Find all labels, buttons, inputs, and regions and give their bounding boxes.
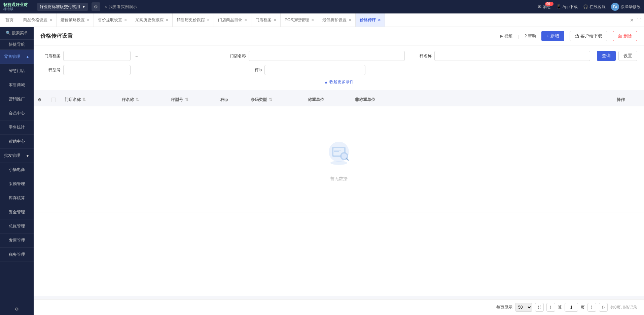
tab-home[interactable]: 首页: [0, 13, 19, 27]
sidebar-item-marketing-label: 营销推广: [9, 96, 25, 102]
tab-sale-history[interactable]: 销售历史价跟踪 ✕: [173, 13, 214, 27]
collapse-button[interactable]: ▲ 收起更多条件: [40, 79, 637, 85]
sort-scale-name-icon[interactable]: ⇅: [136, 97, 139, 102]
filter-store-archive-dots[interactable]: ···: [133, 54, 140, 59]
filter-store-name-input[interactable]: [249, 51, 404, 61]
tab-goods-price[interactable]: 商品价格设置 ✕: [19, 13, 57, 27]
page-number-input[interactable]: [565, 303, 578, 312]
per-page-select[interactable]: 50 10 20 100: [515, 303, 532, 312]
filter-store-name: 门店名称: [226, 51, 404, 61]
filter-area: 门店档案 ··· 门店名称 秤名称 查询 设置: [34, 45, 644, 90]
first-page-btn[interactable]: ⟨⟨: [535, 303, 544, 312]
tab-purchase-strategy[interactable]: 进价策略设置 ✕: [57, 13, 94, 27]
sidebar-item-ecommerce[interactable]: 小畅电商: [0, 163, 34, 177]
sidebar-item-wholesale-mgmt[interactable]: 批发管理 ▼: [0, 149, 34, 163]
version-selector[interactable]: 好业财标准版交付试用 ▼: [37, 3, 88, 11]
sidebar-item-inventory[interactable]: 库存核算: [0, 191, 34, 205]
sort-scale-model-icon[interactable]: ⇅: [185, 97, 188, 102]
sidebar-item-retail-stats[interactable]: 零售统计: [0, 120, 34, 135]
sidebar-item-finance[interactable]: 资金管理: [0, 205, 34, 219]
app-download-btn[interactable]: 📱 App下载: [556, 4, 578, 10]
delete-button[interactable]: 面 删除: [613, 31, 637, 41]
filter-store-archive-label: 门店档案: [40, 53, 61, 59]
tab-pos-encrypt[interactable]: POS加密管理 ✕: [281, 13, 318, 27]
select-all-checkbox[interactable]: [51, 98, 56, 102]
sidebar-search[interactable]: 🔍 搜索菜单: [0, 27, 34, 40]
tab-store-catalog-close[interactable]: ✕: [244, 18, 247, 22]
table-checkbox-header[interactable]: [47, 94, 61, 106]
sidebar-item-smart-store[interactable]: 智慧门店: [0, 64, 34, 78]
main-layout: 🔍 搜索菜单 快捷导航 零售管理 ▲ 智慧门店 零售商城 营销推广 会员中心 零…: [0, 27, 644, 315]
sort-barcode-type-icon[interactable]: ⇅: [269, 97, 272, 102]
last-page-btn[interactable]: ⟩⟩: [599, 303, 608, 312]
tab-close-all-icon[interactable]: ✕: [630, 18, 634, 23]
empty-text: 暂无数据: [330, 176, 348, 182]
sort-store-name-icon[interactable]: ⇅: [82, 97, 86, 102]
tab-store-profile-close[interactable]: ✕: [274, 18, 276, 22]
sidebar-item-retail-mall[interactable]: 零售商城: [0, 78, 34, 92]
sidebar-item-ledger[interactable]: 总账管理: [0, 219, 34, 234]
next-page-btn[interactable]: ⟩: [587, 303, 596, 312]
tab-sale-history-close[interactable]: ✕: [207, 18, 210, 22]
tab-sale-extract[interactable]: 售价提取设置 ✕: [94, 13, 131, 27]
tab-min-discount[interactable]: 最低折扣设置 ✕: [318, 13, 356, 27]
col-scale-ip-label: 秤ip: [220, 97, 228, 102]
set-button[interactable]: 设置: [618, 51, 637, 61]
version-label: 好业财标准版交付试用: [40, 4, 80, 10]
sidebar-quick-nav[interactable]: 快捷导航: [0, 40, 34, 50]
sidebar-item-help[interactable]: 帮助中心: [0, 135, 34, 149]
prev-page-btn[interactable]: ⟨: [546, 303, 555, 312]
tab-pos-encrypt-close[interactable]: ✕: [311, 18, 314, 22]
collapse-label: 收起更多条件: [329, 79, 354, 85]
filter-scale-name-input[interactable]: [434, 51, 590, 61]
filter-store-archive-input[interactable]: [63, 51, 131, 61]
page-label: 算: [558, 305, 562, 310]
filter-scale-model-input[interactable]: [63, 65, 131, 75]
user-menu[interactable]: Ea 徐泽华修改: [611, 3, 641, 11]
settings-icon[interactable]: ⚙: [92, 2, 100, 11]
online-service-btn[interactable]: 🎧 在线客服: [583, 4, 606, 10]
action-buttons: 查询 设置: [597, 51, 637, 61]
tab-store-profile[interactable]: 门店档案 ✕: [251, 13, 281, 27]
headset-icon: 🎧: [583, 4, 588, 9]
query-button[interactable]: 查询: [597, 51, 616, 61]
search-icon: 🔍: [6, 31, 11, 35]
tab-store-catalog[interactable]: 门店商品目录 ✕: [214, 13, 251, 27]
sidebar-item-wholesale-mgmt-label: 批发管理: [4, 153, 20, 159]
set-label: 设置: [623, 53, 632, 59]
col-scale-name-label: 秤名称: [122, 97, 134, 102]
sidebar: 🔍 搜索菜单 快捷导航 零售管理 ▲ 智慧门店 零售商城 营销推广 会员中心 零…: [0, 27, 34, 315]
sidebar-item-invoice[interactable]: 发票管理: [0, 234, 34, 248]
tab-sale-extract-close[interactable]: ✕: [124, 18, 127, 22]
add-button[interactable]: + 新增: [541, 31, 564, 41]
tab-expand-icon[interactable]: ⛶: [637, 18, 641, 23]
tab-purchase-history-close[interactable]: ✕: [166, 18, 168, 22]
filter-scale-ip-input[interactable]: [264, 65, 365, 75]
col-scale-model-label: 秤型号: [171, 97, 183, 102]
filter-store-archive: 门店档案 ···: [40, 51, 219, 61]
sidebar-item-tax[interactable]: 税务管理: [0, 248, 34, 262]
sidebar-item-marketing[interactable]: 营销推广: [0, 92, 34, 106]
first-page-icon: ⟨⟨: [538, 305, 541, 310]
logo-area: 畅捷通好业财 标准版: [3, 2, 30, 11]
demo-text: 我要看实例演示: [109, 4, 137, 10]
tab-purchase-history[interactable]: 采购历史价跟踪 ✕: [131, 13, 173, 27]
message-btn[interactable]: ✉ 消息 99+: [538, 4, 551, 10]
help-link[interactable]: ? 帮助: [525, 33, 536, 39]
table-settings-header[interactable]: ⚙: [34, 94, 47, 106]
page-header: 价格传秤设置 ▶ 视频 | ? 帮助 + 新增 凸 客户端下载: [34, 27, 644, 45]
tab-price-scale[interactable]: 价格传秤 ✕: [356, 13, 385, 27]
demo-link[interactable]: ○ 我要看实例演示: [104, 4, 137, 10]
sidebar-item-retail-mgmt[interactable]: 零售管理 ▲: [0, 50, 34, 64]
tab-min-discount-close[interactable]: ✕: [349, 18, 351, 22]
tab-purchase-strategy-close[interactable]: ✕: [87, 18, 90, 22]
sidebar-item-member[interactable]: 会员中心: [0, 106, 34, 120]
video-link[interactable]: ▶ 视频: [500, 33, 512, 39]
sidebar-item-purchase[interactable]: 采购管理: [0, 177, 34, 191]
chevron-down-icon: ▼: [82, 5, 85, 9]
tab-goods-price-close[interactable]: ✕: [49, 18, 52, 22]
download-client-button[interactable]: 凸 客户端下载: [570, 31, 607, 41]
sidebar-settings-btn[interactable]: ⚙: [0, 303, 34, 315]
tab-price-scale-close[interactable]: ✕: [378, 18, 381, 22]
tab-price-scale-label: 价格传秤: [360, 17, 376, 23]
